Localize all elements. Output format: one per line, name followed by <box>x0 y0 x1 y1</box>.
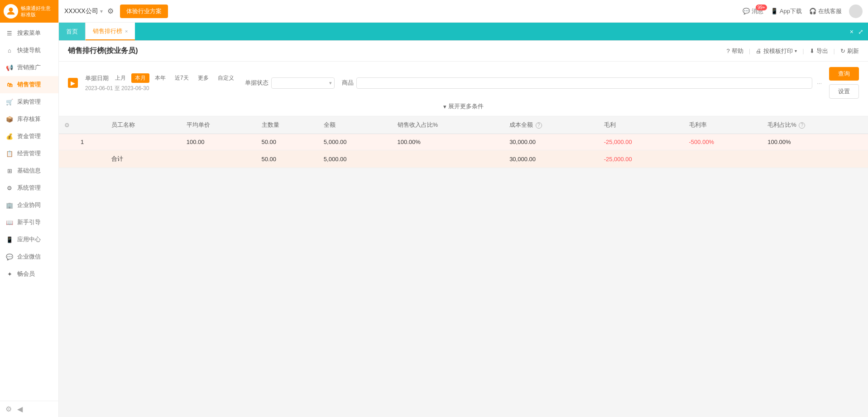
date-tab-year[interactable]: 本年 <box>151 73 169 83</box>
footer-sales-pct <box>392 150 504 168</box>
tab-home-label: 首页 <box>66 28 78 36</box>
cart-icon: 🛒 <box>5 98 14 106</box>
date-tab-7days[interactable]: 近7天 <box>171 73 192 83</box>
footer-label: 合计 <box>106 150 181 168</box>
trial-button[interactable]: 体验行业方案 <box>120 5 168 18</box>
sidebar-item-operations[interactable]: 📋 经营管理 <box>0 145 58 162</box>
col-avg-price-header: 平均单价 <box>181 116 256 134</box>
status-filter-group: 单据状态 <box>245 77 335 89</box>
wallet-icon: 💰 <box>5 132 14 140</box>
topbar-right: 💬 消息 99+ 📱 App下载 🎧 在线客服 <box>743 5 863 18</box>
sidebar-item-system[interactable]: ⚙ 系统管理 <box>0 179 58 197</box>
member-icon: ✦ <box>5 270 14 278</box>
enterprise-icon: 🏢 <box>5 201 14 209</box>
table-area: ⚙ 员工名称 平均单价 主数量 全额 销售收入占比% 成本全额 ? 毛利 毛利率 <box>59 116 868 168</box>
goods-filter-label: 商品 <box>342 79 354 87</box>
filter-settings-button[interactable]: 设置 <box>829 84 859 99</box>
refresh-button[interactable]: ↻ 刷新 <box>840 47 859 55</box>
page-title: 销售排行榜(按业务员) <box>68 46 138 56</box>
sidebar-settings-button[interactable]: ⚙ <box>5 405 12 413</box>
col-sales-pct-header: 销售收入占比% <box>392 116 504 134</box>
window-close-icon[interactable]: × <box>850 28 854 35</box>
col-gross-pct-header: 毛利占比% ? <box>762 116 868 134</box>
company-selector[interactable]: XXXXX公司 ▾ <box>64 7 103 15</box>
status-select-wrap <box>271 77 335 89</box>
col-gross-rate-header: 毛利率 <box>684 116 762 134</box>
col-settings-header[interactable]: ⚙ <box>59 116 75 134</box>
sidebar-item-enterprise[interactable]: 🏢 企业协同 <box>0 197 58 214</box>
expand-more-section: ▾ 展开更多条件 <box>68 102 859 110</box>
cost-info-icon[interactable]: ? <box>536 122 542 129</box>
row-qty: 50.00 <box>256 134 318 150</box>
sidebar-collapse-button[interactable]: ◀ <box>17 405 23 413</box>
sidebar-item-basic[interactable]: ⊞ 基础信息 <box>0 162 58 179</box>
sidebar-item-sales[interactable]: 🛍 销售管理 <box>0 76 58 93</box>
export-button[interactable]: ⬇ 导出 <box>810 47 828 55</box>
status-select[interactable] <box>271 77 335 89</box>
megaphone-icon: 📢 <box>5 63 14 72</box>
tab-home[interactable]: 首页 <box>59 23 86 40</box>
headset-icon: 🎧 <box>809 8 816 14</box>
bag-icon: 🛍 <box>5 81 14 89</box>
page-actions: ? 帮助 | 🖨 按模板打印 ▾ | ⬇ 导出 | ↻ 刷新 <box>727 47 859 55</box>
row-sales-pct: 100.00% <box>392 134 504 150</box>
sidebar: 畅康通好生意 标准版 ☰ 搜索菜单 ⌂ 快捷导航 📢 营销推广 🛍 销售管理 🛒… <box>0 0 59 417</box>
app-label: App下载 <box>780 7 802 15</box>
date-tab-prev-month[interactable]: 上月 <box>111 73 129 83</box>
mobile-icon: 📱 <box>771 8 778 14</box>
gross-pct-info-icon[interactable]: ? <box>799 122 805 129</box>
sidebar-item-inventory[interactable]: 📦 库存核算 <box>0 110 58 128</box>
topbar-settings-icon[interactable]: ⚙ <box>107 7 114 15</box>
sidebar-item-finance[interactable]: 💰 资金管理 <box>0 128 58 145</box>
expand-more-button[interactable]: ▾ 展开更多条件 <box>68 102 859 110</box>
sidebar-item-wechat[interactable]: 💬 企业微信 <box>0 248 58 265</box>
row-avg-price: 100.00 <box>181 134 256 150</box>
tab-close-icon[interactable]: × <box>125 29 128 34</box>
page-header: 销售排行榜(按业务员) ? 帮助 | 🖨 按模板打印 ▾ | ⬇ 导出 | <box>59 41 868 62</box>
goods-more-icon[interactable]: ··· <box>817 80 822 86</box>
table-row: 1 100.00 50.00 5,000.00 100.00% 30,000.0… <box>59 134 868 150</box>
service-label: 在线客服 <box>818 7 842 15</box>
online-service-button[interactable]: 🎧 在线客服 <box>809 7 842 15</box>
date-tab-current-month[interactable]: 本月 <box>131 73 149 83</box>
wechat-icon: 💬 <box>5 253 14 261</box>
guide-icon: 📖 <box>5 218 14 226</box>
goods-input[interactable] <box>356 77 812 89</box>
query-button[interactable]: 查询 <box>829 67 859 81</box>
message-button[interactable]: 💬 消息 99+ <box>743 7 763 15</box>
footer-qty: 50.00 <box>256 150 318 168</box>
sidebar-item-marketing[interactable]: 📢 营销推广 <box>0 59 58 76</box>
status-filter-label: 单据状态 <box>245 79 269 87</box>
date-range-display: 2023-06-01 至 2023-06-30 <box>85 85 238 92</box>
row-settings <box>59 134 75 150</box>
row-amount: 5,000.00 <box>318 134 392 150</box>
window-restore-icon[interactable]: ⤢ <box>858 28 863 35</box>
sidebar-nav: ☰ 搜索菜单 ⌂ 快捷导航 📢 营销推广 🛍 销售管理 🛒 采购管理 📦 库存核… <box>0 23 58 401</box>
company-name: XXXXX公司 <box>64 7 98 15</box>
date-tabs: 上月 本月 本年 近7天 更多 自定义 <box>111 73 238 83</box>
sidebar-item-quick-nav[interactable]: ⌂ 快捷导航 <box>0 42 58 59</box>
chart-icon: 📋 <box>5 149 14 158</box>
home-icon: ⌂ <box>5 46 14 54</box>
action-buttons: 查询 设置 <box>829 67 859 99</box>
sidebar-item-purchase[interactable]: 🛒 采购管理 <box>0 93 58 110</box>
export-icon: ⬇ <box>810 48 815 54</box>
table-header-row: ⚙ 员工名称 平均单价 主数量 全额 销售收入占比% 成本全额 ? 毛利 毛利率 <box>59 116 868 134</box>
row-cost: 30,000.00 <box>504 134 599 150</box>
tab-sales-ranking[interactable]: 销售排行榜 × <box>86 23 135 40</box>
user-avatar[interactable] <box>849 5 863 18</box>
date-tab-custom[interactable]: 自定义 <box>214 73 238 83</box>
message-icon: 💬 <box>743 8 750 14</box>
sidebar-item-member[interactable]: ✦ 畅会员 <box>0 265 58 283</box>
date-tab-more[interactable]: 更多 <box>194 73 212 83</box>
sidebar-item-apps[interactable]: 📱 应用中心 <box>0 231 58 248</box>
col-name-header: 员工名称 <box>106 116 181 134</box>
footer-avg-price <box>181 150 256 168</box>
app-download-button[interactable]: 📱 App下载 <box>771 7 802 15</box>
filter-expand-arrow[interactable]: ▶ <box>68 78 78 88</box>
sidebar-item-search[interactable]: ☰ 搜索菜单 <box>0 24 58 42</box>
help-button[interactable]: ? 帮助 <box>727 47 743 55</box>
print-button[interactable]: 🖨 按模板打印 ▾ <box>756 47 797 55</box>
sidebar-item-guide[interactable]: 📖 新手引导 <box>0 214 58 231</box>
grid-icon: ⊞ <box>5 167 14 175</box>
